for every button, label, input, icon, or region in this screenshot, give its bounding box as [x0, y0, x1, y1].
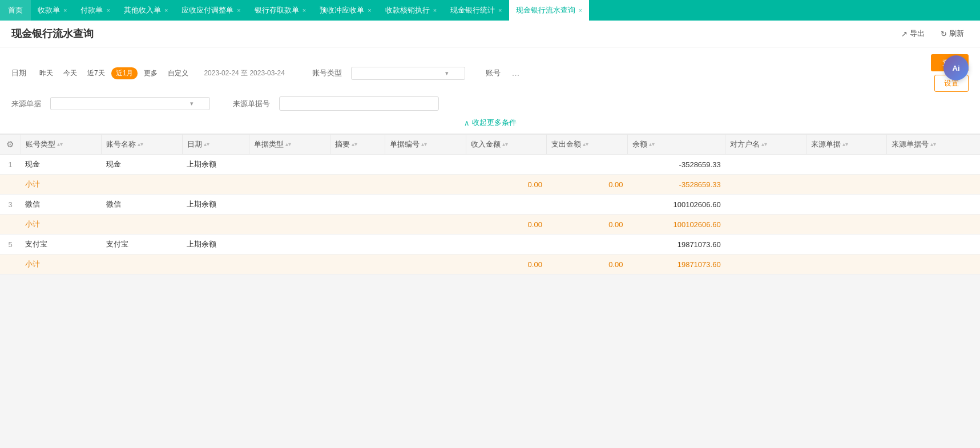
col-header-date[interactable]: 日期▴▾	[182, 135, 249, 155]
cell-settings	[0, 255, 21, 275]
source-doc-label: 来源单据	[11, 99, 41, 109]
top-nav: 首页 收款单×付款单×其他收入单×应收应付调整单×银行存取款单×预收冲应收单×收…	[0, 0, 980, 21]
cell-counterpart	[725, 235, 806, 255]
nav-tab-7[interactable]: 现金银行统计×	[443, 0, 509, 21]
source-doc-select[interactable]: ▾	[50, 97, 210, 110]
cell-doc_type	[249, 175, 330, 195]
nav-tab-0[interactable]: 收款单×	[31, 0, 74, 21]
cell-account_name	[102, 255, 183, 275]
cell-source_doc	[806, 255, 887, 275]
date-opt-4[interactable]: 更多	[140, 67, 162, 79]
date-options: 昨天今天近7天近1月更多自定义	[35, 67, 192, 79]
col-header-balance[interactable]: 余额▴▾	[627, 135, 725, 155]
nav-tab-1[interactable]: 付款单×	[74, 0, 116, 21]
account-type-label: 账号类型	[312, 68, 342, 78]
nav-tab-close-0[interactable]: ×	[63, 7, 67, 14]
date-opt-2[interactable]: 近7天	[83, 67, 109, 79]
cell-expense: 0.00	[547, 175, 628, 195]
col-header-expense[interactable]: 支出金额▴▾	[547, 135, 628, 155]
date-opt-5[interactable]: 自定义	[164, 67, 192, 79]
cell-income: 0.00	[466, 175, 547, 195]
cell-balance: 19871073.60	[627, 235, 725, 255]
date-opt-3[interactable]: 近1月	[111, 67, 138, 79]
cell-counterpart	[725, 255, 806, 275]
table-row: 5支付宝支付宝上期余额19871073.60	[0, 235, 980, 255]
col-header-source_doc_no[interactable]: 来源单据号▴▾	[887, 135, 980, 155]
source-doc-no-input[interactable]	[279, 96, 439, 111]
nav-tab-close-7[interactable]: ×	[498, 7, 502, 14]
sort-icon-counterpart: ▴▾	[761, 142, 767, 147]
col-label-source_doc_no: 来源单据号	[892, 139, 929, 150]
cell-summary	[330, 255, 385, 275]
sort-icon-expense: ▴▾	[583, 142, 588, 147]
date-opt-1[interactable]: 今天	[59, 67, 81, 79]
nav-tab-6[interactable]: 收款核销执行×	[378, 0, 443, 21]
col-header-doc_type[interactable]: 单据类型▴▾	[249, 135, 330, 155]
refresh-label: 刷新	[949, 29, 964, 39]
col-header-account_type[interactable]: 账号类型▴▾	[21, 135, 102, 155]
export-button[interactable]: ↗ 导出	[897, 26, 929, 41]
col-header-income[interactable]: 收入金额▴▾	[466, 135, 547, 155]
cell-summary	[330, 155, 385, 175]
cell-source_doc_no	[887, 175, 980, 195]
sort-icon-income: ▴▾	[502, 142, 508, 147]
table-settings-icon[interactable]: ⚙	[6, 139, 14, 149]
cell-expense	[547, 235, 628, 255]
cell-summary	[330, 175, 385, 195]
table-header: ⚙账号类型▴▾账号名称▴▾日期▴▾单据类型▴▾摘要▴▾单据编号▴▾收入金额▴▾支…	[0, 135, 980, 155]
table-row: 1现金现金上期余额-3528659.33	[0, 155, 980, 175]
cell-account_type: 小计	[21, 175, 102, 195]
nav-tab-label-7: 现金银行统计	[450, 5, 495, 15]
table-area: ⚙账号类型▴▾账号名称▴▾日期▴▾单据类型▴▾摘要▴▾单据编号▴▾收入金额▴▾支…	[0, 134, 980, 275]
col-header-counterpart[interactable]: 对方户名▴▾	[725, 135, 806, 155]
nav-tab-4[interactable]: 银行存取款单×	[248, 0, 313, 21]
col-header-summary[interactable]: 摘要▴▾	[330, 135, 385, 155]
cell-counterpart	[725, 195, 806, 215]
account-ellipsis-button[interactable]: ...	[510, 66, 522, 80]
col-header-account_name[interactable]: 账号名称▴▾	[102, 135, 183, 155]
sort-icon-date: ▴▾	[204, 142, 209, 147]
nav-tab-close-6[interactable]: ×	[433, 7, 437, 14]
nav-tab-close-3[interactable]: ×	[237, 7, 240, 14]
cell-source_doc	[806, 235, 887, 255]
date-label: 日期	[11, 68, 26, 78]
col-header-source_doc[interactable]: 来源单据▴▾	[806, 135, 887, 155]
nav-tab-2[interactable]: 其他收入单×	[117, 0, 175, 21]
nav-tab-8[interactable]: 现金银行流水查询×	[509, 0, 589, 21]
nav-tab-close-8[interactable]: ×	[579, 7, 582, 14]
nav-tab-close-2[interactable]: ×	[164, 7, 168, 14]
filter-row-2: 来源单据 ▾ 来源单据号	[11, 96, 969, 111]
collapse-label: 收起更多条件	[472, 118, 517, 128]
collapse-bar[interactable]: ∧ 收起更多条件	[11, 115, 969, 129]
nav-tab-3[interactable]: 应收应付调整单×	[175, 0, 247, 21]
ai-badge-button[interactable]: Ai	[943, 55, 969, 80]
cell-account_name: 微信	[102, 195, 183, 215]
cell-source_doc_no	[887, 195, 980, 215]
col-label-income: 收入金额	[471, 139, 501, 150]
nav-tab-close-1[interactable]: ×	[106, 7, 110, 14]
cell-income: 0.00	[466, 215, 547, 235]
col-label-account_name: 账号名称	[106, 139, 136, 150]
cell-doc_no	[385, 195, 466, 215]
col-header-doc_no[interactable]: 单据编号▴▾	[385, 135, 466, 155]
account-type-select[interactable]: ▾	[351, 67, 465, 80]
ai-label: Ai	[953, 64, 960, 72]
nav-tab-5[interactable]: 预收冲应收单×	[313, 0, 378, 21]
cell-balance: 19871073.60	[627, 255, 725, 275]
cell-source_doc	[806, 155, 887, 175]
nav-home[interactable]: 首页	[0, 0, 31, 21]
cell-balance: 100102606.60	[627, 195, 725, 215]
nav-tab-close-5[interactable]: ×	[368, 7, 371, 14]
cell-expense: 0.00	[547, 255, 628, 275]
date-opt-0[interactable]: 昨天	[35, 67, 57, 79]
nav-tab-close-4[interactable]: ×	[303, 7, 306, 14]
cell-balance: -3528659.33	[627, 155, 725, 175]
cell-source_doc	[806, 175, 887, 195]
cell-date	[182, 215, 249, 235]
refresh-button[interactable]: ↻ 刷新	[936, 26, 969, 41]
sort-icon-source_doc_no: ▴▾	[930, 142, 936, 147]
cell-source_doc_no	[887, 255, 980, 275]
cell-income	[466, 195, 547, 215]
nav-tab-label-8: 现金银行流水查询	[516, 5, 575, 15]
cell-date: 上期余额	[182, 235, 249, 255]
